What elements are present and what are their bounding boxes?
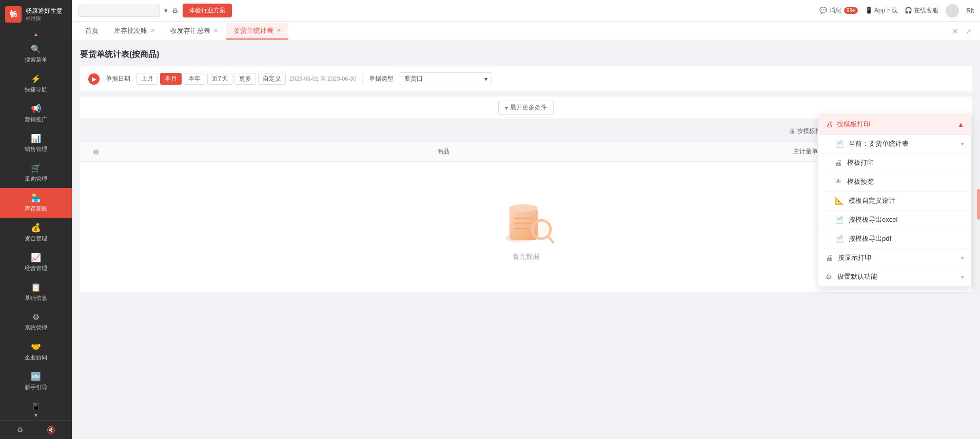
date-btn-custom[interactable]: 自定义: [258, 73, 286, 85]
audio-footer-btn[interactable]: 🔇: [47, 426, 55, 434]
dp-template-print[interactable]: 🖨 模板打印: [818, 154, 971, 173]
tabs-bar: 首页 库存批次账 ✕ 收发存汇总表 ✕ 要货单统计表 ✕ ✕ ⤢: [72, 22, 980, 41]
purchase-icon: 🛒: [31, 163, 41, 173]
dp-current-template[interactable]: 📄 当前：要货单统计表 ▾: [818, 135, 971, 154]
filter-divider: [362, 74, 363, 84]
sidebar-label-sales: 销售管理: [25, 145, 47, 153]
dp-export-pdf[interactable]: 📄 按模板导出pdf: [818, 230, 971, 249]
settings-footer-btn[interactable]: ⚙: [17, 426, 24, 434]
apps-icon: 📱: [31, 402, 41, 410]
date-btn-this-year[interactable]: 本年: [184, 73, 205, 85]
printer-icon: 🖨: [789, 127, 795, 135]
dp-header-title: 按模板打印: [837, 120, 957, 129]
sidebar-item-finance[interactable]: 💰 资金管理: [0, 218, 72, 247]
tab-order-stats[interactable]: 要货单统计表 ✕: [226, 23, 288, 40]
sidebar-item-marketing[interactable]: 📢 营销推广: [0, 99, 72, 128]
messages-badge: 99+: [844, 7, 858, 14]
sidebar-label-guide: 新手引导: [25, 384, 47, 391]
tab-home[interactable]: 首页: [78, 23, 106, 40]
dp-export-excel[interactable]: 📄 按模板导出excel: [818, 211, 971, 230]
column-product: 商品: [112, 147, 775, 156]
sidebar-item-sales[interactable]: 📊 销售管理: [0, 128, 72, 158]
sidebar-label-marketing: 营销推广: [25, 116, 47, 123]
tab-receipts-close[interactable]: ✕: [213, 27, 218, 34]
dp-display-print[interactable]: 🖨 按显示打印 ▾: [818, 249, 971, 268]
sidebar-label-operations: 经营管理: [25, 264, 47, 272]
dp-export-excel-icon: 📄: [835, 216, 844, 224]
tab-batch[interactable]: 库存批次账 ✕: [107, 23, 162, 40]
sidebar-item-search[interactable]: 🔍 搜索菜单: [0, 39, 72, 69]
sidebar-item-system[interactable]: ⚙ 系统管理: [0, 307, 72, 337]
dp-current-arrow: ▾: [961, 141, 964, 147]
dp-current-icon: 📄: [835, 140, 844, 148]
dp-default-func[interactable]: ⚙ 设置默认功能 ▾: [818, 268, 971, 287]
app-info: 畅康通好生意 标准版: [26, 7, 63, 23]
print-template-dropdown: 🖨 按模板打印 ▲ 📄 当前：要货单统计表 ▾ 🖨 模板打印 👁 模板预览: [818, 114, 972, 287]
tab-receipts-label: 收发存汇总表: [170, 26, 210, 35]
app-download-btn[interactable]: 📱 App下载: [865, 6, 897, 15]
date-btn-7days[interactable]: 近7天: [207, 73, 232, 85]
basic-icon: 📋: [31, 282, 41, 292]
trial-btn[interactable]: 体验行业方案: [183, 4, 232, 17]
tab-maximize-btn[interactable]: ⤢: [964, 25, 974, 37]
dp-default-func-label: 设置默认功能: [837, 272, 956, 281]
right-scrollbar[interactable]: [977, 189, 980, 292]
sidebar-label-purchase: 采购管理: [25, 175, 47, 183]
sidebar-item-purchase[interactable]: 🛒 采购管理: [0, 158, 72, 188]
dp-export-pdf-label: 按模板导出pdf: [849, 234, 964, 243]
topbar-gear-icon[interactable]: ⚙: [172, 7, 179, 15]
filter-expand-btn[interactable]: ▶: [88, 73, 100, 85]
sales-icon: 📊: [31, 133, 41, 143]
tab-receipts[interactable]: 收发存汇总表 ✕: [163, 23, 225, 40]
tab-close-all-btn[interactable]: ✕: [950, 25, 961, 37]
online-service-btn[interactable]: 🎧 在线客服: [905, 6, 938, 15]
marketing-icon: 📢: [31, 104, 41, 113]
sidebar-label-basic: 基础信息: [25, 294, 47, 302]
topbar-dropdown-btn[interactable]: ▾: [164, 7, 168, 14]
column-settings-icon[interactable]: ⚙: [88, 148, 104, 156]
sidebar-label-search: 搜索菜单: [25, 56, 47, 64]
type-select[interactable]: 要货口 ▾: [400, 72, 492, 85]
user-name: Rit: [966, 7, 974, 14]
filter-panel: ▶ 单据日期 上月 本月 本年 近7天 更多 自定义 2023-06-01 至 …: [80, 66, 972, 91]
empty-illustration: [500, 193, 552, 244]
download-icon: 📱: [865, 7, 873, 14]
sidebar-scroll-down[interactable]: ▼: [0, 410, 72, 420]
main-area: ▾ ⚙ 体验行业方案 💬 消息 99+ 📱 App下载 🎧 在线客服 Rit 首…: [72, 0, 980, 439]
tabs-right-actions: ✕ ⤢: [950, 25, 974, 37]
dp-template-design-label: 模板自定义设计: [849, 196, 964, 205]
dp-header[interactable]: 🖨 按模板打印 ▲: [818, 114, 971, 135]
sidebar-item-basic[interactable]: 📋 基础信息: [0, 277, 72, 307]
sidebar-item-shortcut[interactable]: ⚡ 快捷导航: [0, 69, 72, 99]
sidebar-item-inventory[interactable]: 🏪 库存算账: [0, 188, 72, 218]
topbar-actions: 💬 消息 99+ 📱 App下载 🎧 在线客服 Rit: [819, 4, 974, 17]
sidebar-item-guide[interactable]: 🆕 新手引导: [0, 367, 72, 396]
sidebar-scroll-up[interactable]: ▲: [0, 29, 72, 39]
sidebar-item-operations[interactable]: 📈 经营管理: [0, 247, 72, 277]
headset-icon: 🎧: [905, 7, 912, 14]
more-filters-btn[interactable]: ▾ 展开更多条件: [498, 101, 554, 114]
dp-default-func-arrow: ▾: [961, 274, 964, 280]
user-avatar[interactable]: [946, 4, 959, 17]
topbar: ▾ ⚙ 体验行业方案 💬 消息 99+ 📱 App下载 🎧 在线客服 Rit: [72, 0, 980, 22]
dp-template-preview[interactable]: 👁 模板预览: [818, 173, 971, 192]
inventory-icon: 🏪: [31, 193, 41, 203]
date-btn-more[interactable]: 更多: [234, 73, 256, 85]
app-edition: 标准版: [26, 15, 63, 22]
date-btn-last-month[interactable]: 上月: [136, 73, 158, 85]
sidebar-item-enterprise[interactable]: 🤝 企业协同: [0, 337, 72, 367]
dp-current-label: 当前：要货单统计表: [849, 139, 956, 148]
dp-default-func-icon: ⚙: [826, 273, 832, 281]
sidebar-item-apps[interactable]: 📱 应用中心: [0, 396, 72, 410]
expand-down-icon: ▾: [505, 104, 508, 111]
topbar-search-input[interactable]: [78, 5, 160, 17]
dp-header-arrow[interactable]: ▲: [957, 121, 964, 128]
tab-order-stats-close[interactable]: ✕: [277, 27, 281, 34]
tab-order-stats-label: 要货单统计表: [233, 26, 273, 35]
tab-batch-close[interactable]: ✕: [150, 27, 155, 34]
app-logo: 畅: [5, 6, 22, 23]
enterprise-icon: 🤝: [31, 342, 41, 352]
dp-template-design[interactable]: 📐 模板自定义设计: [818, 192, 971, 211]
date-btn-this-month[interactable]: 本月: [160, 73, 182, 85]
messages-btn[interactable]: 💬 消息 99+: [819, 6, 858, 15]
